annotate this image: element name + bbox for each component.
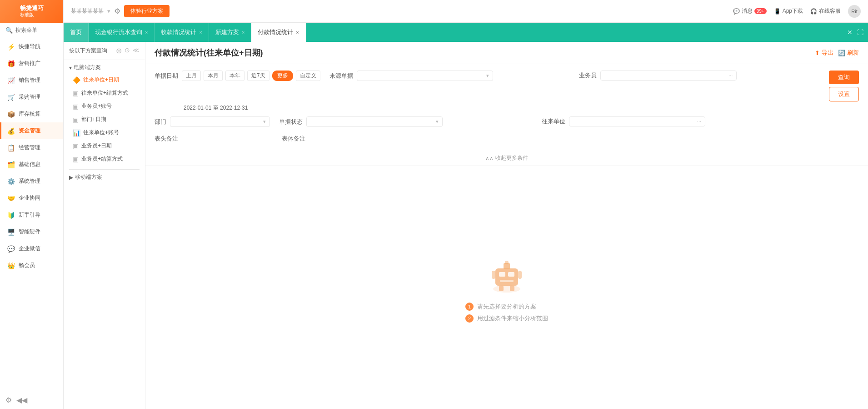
scheme-counterpart-account[interactable]: 📊 往来单位+账号 <box>69 126 140 139</box>
sidebar-item-weixin[interactable]: 💬 企业微信 <box>0 240 63 257</box>
scheme-salesperson-settle[interactable]: ▣ 业务员+结算方式 <box>69 152 140 166</box>
voucher-status-select[interactable]: ▾ <box>306 116 443 127</box>
page-title: 付款情况统计(往来单位+日期) <box>155 47 263 58</box>
scheme-dept-date[interactable]: ▣ 部门+日期 <box>69 113 140 126</box>
scheme-salesperson-account[interactable]: ▣ 业务员+账号 <box>69 100 140 113</box>
service-icon: 🎧 <box>810 8 817 15</box>
table-body-note-input[interactable] <box>309 133 400 144</box>
scheme-counterpart-date[interactable]: 🔶 往来单位+日期 <box>69 73 140 86</box>
sidebar-item-operation[interactable]: 📋 经营管理 <box>0 139 63 156</box>
sidebar-item-system[interactable]: ⚙️ 系统管理 <box>0 173 63 190</box>
maximize-icon[interactable]: ⛶ <box>857 29 863 36</box>
guide-label: 新手引导 <box>19 211 40 219</box>
search-menu[interactable]: 🔍 搜索菜单 <box>0 23 63 38</box>
app-download-btn[interactable]: 📱 App下载 <box>774 7 803 15</box>
date-filter-label: 单据日期 <box>155 72 178 80</box>
message-btn[interactable]: 💬 消息 99+ <box>733 7 767 15</box>
online-service-btn[interactable]: 🎧 在线客服 <box>810 7 841 15</box>
tab-payment-stats-close[interactable]: × <box>296 30 299 35</box>
source-voucher-arrow: ▾ <box>486 73 489 79</box>
salesperson-group: 业务员 ··· <box>579 71 820 81</box>
tab-cash-flow-close[interactable]: × <box>145 30 148 35</box>
source-voucher-group: 来源单据 ▾ <box>329 71 570 81</box>
voucher-status-group: 单据状态 ▾ <box>279 116 533 127</box>
table-header-note-input[interactable] <box>182 133 273 144</box>
sidebar-item-member[interactable]: 👑 畅会员 <box>0 257 63 274</box>
quick-nav-label: 快捷导航 <box>19 43 40 50</box>
tab-payment-stats[interactable]: 付款情况统计 × <box>251 23 305 42</box>
tab-receipt-stats-close[interactable]: × <box>199 30 202 35</box>
message-badge: 99+ <box>754 8 767 14</box>
operation-icon: 📋 <box>7 144 15 151</box>
sidebar-item-cooperation[interactable]: 🤝 企业协同 <box>0 190 63 207</box>
tab-home[interactable]: 首页 <box>64 23 89 42</box>
message-label: 消息 <box>742 7 753 15</box>
export-btn[interactable]: ⬆ 导出 <box>815 49 833 57</box>
empty-state-illustration <box>484 252 529 298</box>
tab-new-plan-close[interactable]: × <box>242 30 244 35</box>
system-label: 系统管理 <box>19 177 40 185</box>
settings-btn[interactable]: 设置 <box>829 87 859 101</box>
filter-actions: 查询 设置 <box>829 71 859 101</box>
last-7days-btn[interactable]: 近7天 <box>247 71 269 81</box>
mobile-scheme-title[interactable]: ▶ 移动端方案 <box>69 173 140 181</box>
sidebar-item-hardware[interactable]: 🖥️ 智能硬件 <box>0 223 63 240</box>
tabbar-actions: ✕ ⛶ <box>843 23 868 42</box>
empty-step-1: 1 请先选择要分析的方案 <box>465 303 548 311</box>
collapse-panel-icon[interactable]: ≪ <box>133 46 140 55</box>
tab-receipt-stats[interactable]: 收款情况统计 × <box>155 23 209 42</box>
settings-footer-icon[interactable]: ⚙ <box>5 396 12 404</box>
step2-text: 用过滤条件来缩小分析范围 <box>477 314 548 323</box>
date-range-text: 2022-01-01 至 2022-12-31 <box>184 105 248 111</box>
this-year-btn[interactable]: 本年 <box>225 71 244 81</box>
scheme-counterpart-account-label: 往来单位+账号 <box>83 129 119 136</box>
close-all-tabs-icon[interactable]: ✕ <box>847 29 853 36</box>
prev-month-btn[interactable]: 上月 <box>182 71 201 81</box>
more-btn[interactable]: 更多 <box>272 71 293 81</box>
main-panel: 付款情况统计(往来单位+日期) ⬆ 导出 🔄 刷新 <box>145 42 868 409</box>
sidebar-item-marketing[interactable]: 🎁 营销推广 <box>0 55 63 72</box>
sidebar-logo: 畅捷通巧 标准版 <box>0 0 63 23</box>
scheme-icon-2: ▣ <box>73 103 79 110</box>
tab-receipt-stats-label: 收款情况统计 <box>161 28 196 36</box>
sidebar-item-sales[interactable]: 📈 销售管理 <box>0 72 63 89</box>
desktop-scheme-title[interactable]: ▾ 电脑端方案 <box>69 64 140 71</box>
refresh-btn[interactable]: 🔄 刷新 <box>838 49 859 57</box>
sales-icon: 📈 <box>7 77 15 84</box>
collapse-sidebar-icon[interactable]: ◀◀ <box>16 396 27 404</box>
weixin-icon: 💬 <box>7 245 15 252</box>
robot-svg <box>486 255 527 296</box>
tab-cash-flow[interactable]: 现金银行流水查询 × <box>89 23 155 42</box>
user-avatar[interactable]: Rit <box>848 5 861 18</box>
date-filter-group: 单据日期 上月 本月 本年 近7天 更多 自定义 <box>155 71 320 81</box>
side-panel-header-icons: ⊕ ⊙ ≪ <box>116 46 140 55</box>
collapse-more-conditions[interactable]: ∧∧ 收起更多条件 <box>155 151 859 166</box>
topbar-dropdown-arrow[interactable]: ▾ <box>107 8 110 15</box>
query-btn[interactable]: 查询 <box>829 71 859 84</box>
tab-new-plan[interactable]: 新建方案 × <box>209 23 251 42</box>
salesperson-select[interactable]: ··· <box>600 71 737 81</box>
svg-point-0 <box>493 285 520 293</box>
svg-rect-8 <box>518 271 522 279</box>
sidebar-item-quick-nav[interactable]: ⚡ 快捷导航 <box>0 38 63 55</box>
scheme-settings-icon[interactable]: ⊙ <box>125 46 130 55</box>
scheme-salesperson-date[interactable]: ▣ 业务员+日期 <box>69 139 140 152</box>
sidebar-item-capital[interactable]: 💰 资金管理 <box>0 122 63 139</box>
dept-label: 部门 <box>155 118 166 126</box>
sidebar-item-inventory[interactable]: 📦 库存核算 <box>0 106 63 122</box>
filter-area: 单据日期 上月 本月 本年 近7天 更多 自定义 来源单据 <box>145 64 868 166</box>
custom-btn[interactable]: 自定义 <box>296 71 320 81</box>
sidebar-item-purchase[interactable]: 🛒 采购管理 <box>0 89 63 106</box>
trial-btn[interactable]: 体验行业方案 <box>124 5 170 17</box>
source-voucher-select[interactable]: ▾ <box>357 71 493 81</box>
counterpart-select[interactable]: ··· <box>569 116 705 126</box>
sidebar-item-guide[interactable]: 🔰 新手引导 <box>0 207 63 223</box>
refresh-label: 刷新 <box>847 49 859 57</box>
add-scheme-icon[interactable]: ⊕ <box>116 46 122 55</box>
sidebar-item-base-info[interactable]: 🗂️ 基础信息 <box>0 156 63 173</box>
topbar-settings-icon[interactable]: ⚙ <box>114 7 120 15</box>
scheme-icon-5: ▣ <box>73 142 79 150</box>
dept-select[interactable]: ▾ <box>170 116 270 127</box>
scheme-counterpart-settle[interactable]: ▣ 往来单位+结算方式 <box>69 86 140 100</box>
this-month-btn[interactable]: 本月 <box>204 71 223 81</box>
